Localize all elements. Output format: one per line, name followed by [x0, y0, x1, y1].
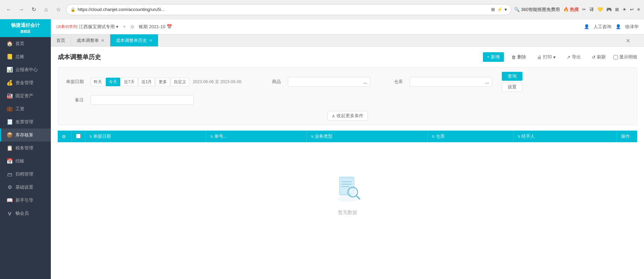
game-tool[interactable]: 🎮	[606, 7, 612, 12]
add-company-button[interactable]: +	[123, 24, 126, 30]
date-btn-custom[interactable]: 自定义	[171, 78, 189, 86]
print-button[interactable]: 🖨 打印 ▾	[534, 52, 559, 62]
star-button[interactable]: ☆	[54, 5, 63, 14]
th-settings[interactable]: ⚙	[58, 131, 71, 142]
scissors-tool[interactable]: ✂	[582, 7, 586, 12]
page-actions: + 新增 🗑 删除 🖨 打印 ▾ ↗ 导出 ↺	[483, 52, 637, 62]
filter-settings-button[interactable]: 设置	[502, 82, 522, 92]
refresh-button[interactable]: ↻	[29, 5, 38, 14]
company-selector[interactable]: (勿删勿禁用) 江西服宝测试专用 ▾	[56, 24, 118, 30]
date-btn-more[interactable]: 更多	[156, 78, 170, 86]
warehouse-filter-label: 仓库	[384, 79, 403, 85]
tab-home[interactable]: 首页	[51, 34, 71, 46]
page-title: 成本调整单历史	[58, 53, 101, 61]
goods-select-button[interactable]: ...	[288, 77, 370, 87]
note-input[interactable]	[91, 95, 194, 105]
empty-illustration	[330, 170, 365, 204]
membership-icon: V	[7, 211, 13, 216]
date-btn-7days[interactable]: 近7天	[121, 78, 138, 86]
th-actions: 操作	[617, 131, 637, 142]
home-button[interactable]: ⌂	[41, 5, 51, 14]
export-button[interactable]: ↗ 导出	[563, 52, 584, 62]
support-text[interactable]: 人工咨询	[594, 24, 611, 30]
th-operator[interactable]: ⇅ 经手人	[513, 131, 617, 142]
sidebar-item-ledger[interactable]: 📒 总账	[0, 50, 51, 63]
collapse-button[interactable]: ∧ 收起更多条件	[327, 111, 368, 121]
invoice-icon: 🧾	[7, 119, 13, 125]
warehouse-select-button[interactable]: ...	[410, 77, 492, 87]
sidebar-nav: 🏠 首页 📒 总账 📊 云报表中心 💰 资金管理 🏭 固定资产 💼 工资	[0, 37, 51, 279]
page-header: 成本调整单历史 + 新增 🗑 删除 🖨 打印 ▾ ↗ 导出	[58, 52, 637, 62]
date-btn-yesterday[interactable]: 昨天	[91, 78, 105, 86]
filter-row-note: 备注	[65, 95, 630, 105]
svg-point-9	[350, 190, 352, 192]
lightning-icon: ⚡	[497, 7, 502, 12]
print-dropdown: ▾	[553, 55, 556, 60]
sidebar-item-reports[interactable]: 📊 云报表中心	[0, 63, 51, 76]
th-biz-type[interactable]: ⇅ 业务类型	[306, 131, 428, 142]
tab-cost-adjust-history-close[interactable]: ✕	[149, 38, 152, 43]
sidebar-item-archive[interactable]: 🗃 归档管理	[0, 168, 51, 181]
th-number[interactable]: ⇅ 单号...	[206, 131, 306, 142]
top-bar-left: (勿删勿禁用) 江西服宝测试专用 ▾ + ⚙ 账期 2021-10 📅	[56, 24, 172, 30]
delete-button[interactable]: 🗑 删除	[508, 52, 530, 62]
query-button[interactable]: 查询	[502, 72, 522, 81]
display-cols-label: 显示明细	[619, 54, 637, 60]
sidebar-item-closing[interactable]: 📅 结账	[0, 155, 51, 168]
refresh-button[interactable]: ↺ 刷新	[588, 52, 609, 62]
data-table: ⚙ ⇅ 单据日期 ⇅ 单号...	[58, 131, 637, 142]
tab-cost-adjust-close[interactable]: ✕	[101, 38, 104, 43]
undo-tool[interactable]: ↩	[630, 7, 634, 12]
sidebar-item-inventory[interactable]: 📦 库存核算	[0, 129, 51, 142]
sidebar-label-tax: 税务管理	[15, 145, 33, 151]
forward-button[interactable]: →	[16, 5, 26, 14]
display-check: 显示明细	[613, 54, 637, 60]
sidebar-item-tax[interactable]: 📋 税务管理	[0, 142, 51, 155]
sort-icon-date: ⇅	[89, 135, 92, 138]
address-bar[interactable]: 🔒 https://cloud.chanjet.com/accounting/u…	[66, 4, 511, 15]
calendar-icon[interactable]: 📅	[167, 24, 172, 29]
th-checkbox[interactable]	[71, 131, 85, 142]
sidebar-item-funds[interactable]: 💰 资金管理	[0, 76, 51, 89]
sidebar-item-fixed-assets[interactable]: 🏭 固定资产	[0, 89, 51, 102]
main-area: (勿删勿禁用) 江西服宝测试专用 ▾ + ⚙ 账期 2021-10 📅 👤 人工…	[51, 19, 644, 279]
menu-tool[interactable]: ≡	[637, 7, 640, 12]
sidebar-item-settings[interactable]: ⚙ 基础设置	[0, 181, 51, 194]
sidebar-label-reports: 云报表中心	[15, 67, 38, 73]
ledger-icon: 📒	[7, 54, 13, 60]
user-name[interactable]: 徐泽华	[625, 24, 639, 30]
tab-cost-adjust[interactable]: 成本调整单 ✕	[71, 34, 110, 46]
display-cols-checkbox[interactable]	[613, 55, 618, 59]
new-button[interactable]: + 新增	[483, 52, 504, 62]
select-all-checkbox[interactable]	[76, 134, 81, 138]
goods-filter-container: ...	[288, 77, 370, 87]
tab-cost-adjust-history[interactable]: 成本调整单历史 ✕	[110, 34, 158, 46]
all-tabs-close[interactable]: ✕	[626, 34, 630, 47]
date-btn-1month[interactable]: 近1月	[138, 78, 155, 86]
wallet-tool[interactable]: 💛	[597, 7, 603, 12]
back-button[interactable]: ←	[4, 5, 14, 14]
user-avatar: 👤	[615, 24, 621, 29]
salary-icon: 💼	[7, 106, 13, 112]
th-date[interactable]: ⇅ 单据日期	[85, 131, 206, 142]
page-content: 成本调整单历史 + 新增 🗑 删除 🖨 打印 ▾ ↗ 导出	[51, 47, 644, 279]
company-settings-button[interactable]: ⚙	[130, 24, 135, 30]
brightness-tool[interactable]: ☀	[622, 7, 626, 12]
sidebar-item-membership[interactable]: V 畅会员	[0, 207, 51, 220]
sidebar-item-invoice[interactable]: 🧾 发票管理	[0, 115, 51, 129]
collapse-row: ∧ 收起更多条件	[65, 108, 630, 121]
table-header: ⚙ ⇅ 单据日期 ⇅ 单号...	[58, 131, 637, 142]
top-bar-right: 👤 人工咨询 👤 徐泽华	[584, 24, 639, 30]
hot-search[interactable]: 🔥 热搜	[563, 7, 579, 13]
grid-tool[interactable]: ⊞	[615, 7, 619, 12]
th-warehouse[interactable]: ⇅ 仓库	[428, 131, 513, 142]
logo-title: 畅捷通好会计	[11, 22, 40, 29]
sidebar-item-salary[interactable]: 💼 工资	[0, 102, 51, 115]
search-tool[interactable]: 🔍 360智能抠图免费用	[514, 7, 560, 13]
period-info: 账期 2021-10 📅	[139, 24, 172, 30]
sidebar-item-home[interactable]: 🏠 首页	[0, 37, 51, 50]
date-btn-today[interactable]: 今天	[106, 78, 120, 86]
translate-tool[interactable]: 译	[589, 7, 594, 13]
company-warning: (勿删勿禁用)	[56, 24, 78, 29]
sidebar-item-guide[interactable]: 📖 新手引导	[0, 194, 51, 207]
